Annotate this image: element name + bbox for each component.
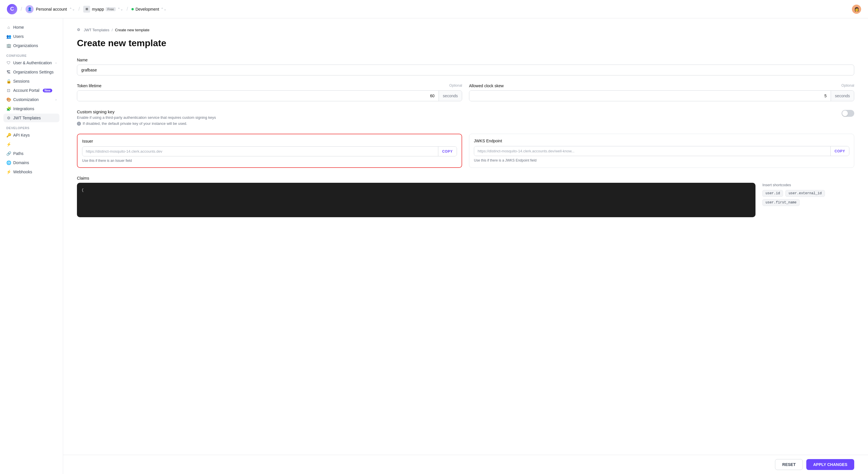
env-status-dot: [131, 8, 134, 10]
app-switcher[interactable]: ⊞ myapp Free ⌃⌄: [83, 6, 123, 12]
issuer-copy-button[interactable]: COPY: [438, 147, 457, 156]
token-lifetime-optional: Optional: [449, 84, 462, 88]
jwks-hint: Use this if there is a JWKS Endpoint fie…: [474, 158, 849, 162]
sidebar-item-home[interactable]: ⌂ Home: [3, 23, 59, 32]
signing-key-row: Custom signing key Enable if using a thi…: [77, 109, 854, 126]
shortcodes-panel: Insert shortcodes user.id user.external_…: [763, 183, 854, 217]
link-icon: 🔗: [6, 151, 11, 156]
sidebar-item-customization[interactable]: 🎨 Customization ›: [3, 95, 59, 104]
account-switcher[interactable]: 👤 Personal account ⌃⌄: [26, 5, 75, 13]
reset-button[interactable]: RESET: [775, 459, 803, 470]
gear-icon: ⚙: [6, 116, 11, 120]
main-content: ⚙ JWT Templates / Create new template Cr…: [63, 19, 868, 474]
sidebar-item-domains[interactable]: 🌐 Domains: [3, 158, 59, 167]
signing-key-note: i If disabled, the default private key o…: [77, 121, 837, 126]
puzzle-icon: 🧩: [6, 106, 11, 111]
jwks-copy-button[interactable]: COPY: [830, 146, 849, 156]
token-lifetime-suffix: seconds: [439, 91, 462, 101]
org-icon: 🏢: [6, 43, 11, 48]
breadcrumb-parent[interactable]: JWT Templates: [84, 28, 110, 32]
clock-skew-optional: Optional: [841, 84, 854, 88]
signing-key-section: Custom signing key Enable if using a thi…: [77, 109, 854, 126]
sidebar-item-api-keys[interactable]: 🔑 API Keys: [3, 131, 59, 139]
name-input[interactable]: [77, 65, 854, 75]
sidebar-item-sessions[interactable]: 🔒 Sessions: [3, 77, 59, 86]
sidebar-item-sessions-label: Sessions: [13, 79, 30, 84]
sidebar-item-account-portal[interactable]: ⊡ Account Portal New: [3, 86, 59, 95]
sidebar-item-webhooks-dev[interactable]: ⚡ Webhooks: [3, 167, 59, 176]
clock-skew-input[interactable]: [469, 91, 831, 101]
app-name: myapp: [92, 7, 104, 11]
top-navigation: C / 👤 Personal account ⌃⌄ / ⊞ myapp Free…: [0, 0, 868, 19]
shortcode-user-id[interactable]: user.id: [763, 190, 783, 197]
signing-key-desc: Enable if using a third-party authentica…: [77, 115, 837, 120]
name-label: Name: [77, 58, 854, 62]
sidebar: ⌂ Home 👥 Users 🏢 Organizations CONFIGURE…: [0, 19, 63, 474]
shortcode-user-first-name[interactable]: user.first_name: [763, 199, 800, 206]
token-lifetime-input[interactable]: [77, 91, 439, 101]
home-icon: ⌂: [6, 25, 11, 30]
issuer-label: Issuer: [82, 139, 457, 144]
sidebar-item-user-auth[interactable]: 🛡 User & Authentication ›: [3, 59, 59, 67]
jwks-label: JWKS Endpoint: [474, 138, 849, 143]
sidebar-item-organizations[interactable]: 🏢 Organizations: [3, 41, 59, 50]
separator-2: /: [79, 6, 80, 12]
sidebar-item-webhooks[interactable]: ⚡ JWT Templates: [3, 140, 59, 149]
claims-layout: { Insert shortcodes user.id user.externa…: [77, 183, 854, 217]
claims-editor[interactable]: {: [77, 183, 755, 217]
breadcrumb: ⚙ JWT Templates / Create new template: [77, 28, 854, 32]
separator-1: /: [21, 6, 22, 12]
sidebar-item-org-settings-label: Organizations Settings: [13, 70, 54, 74]
sidebar-item-users-label: Users: [13, 34, 24, 39]
claims-section: Claims { Insert shortcodes user.id user.…: [77, 176, 854, 217]
signing-key-info: Custom signing key Enable if using a thi…: [77, 109, 837, 126]
sidebar-item-users[interactable]: 👥 Users: [3, 32, 59, 41]
signing-key-toggle[interactable]: [842, 110, 854, 117]
sidebar-item-webhooks-dev-label: Webhooks: [13, 169, 32, 174]
signing-key-title: Custom signing key: [77, 109, 837, 114]
issuer-box: Issuer https://distinct-mosquito-14.cler…: [77, 134, 462, 168]
clock-skew-suffix: seconds: [831, 91, 854, 101]
user-auth-chevron-icon: ›: [55, 61, 57, 65]
token-lifetime-field: Optional Token lifetime seconds: [77, 84, 462, 101]
issuer-input-row: https://distinct-mosquito-14.clerk.accou…: [82, 146, 457, 156]
org-settings-icon: 🏗: [6, 70, 11, 74]
sidebar-item-jwt-templates-label: JWT Templates: [13, 116, 41, 120]
sidebar-item-jwt-templates[interactable]: ⚙ JWT Templates: [3, 114, 59, 122]
claims-label: Claims: [77, 176, 854, 181]
sidebar-item-home-label: Home: [13, 25, 24, 30]
bottom-spacer: [77, 225, 854, 244]
page-title: Create new template: [77, 38, 854, 49]
shortcode-user-external-id[interactable]: user.external_id: [785, 190, 825, 197]
app-icon: ⊞: [83, 6, 90, 12]
breadcrumb-current: Create new template: [115, 28, 150, 32]
claims-code: {: [82, 188, 84, 192]
user-avatar[interactable]: 👩: [852, 5, 861, 14]
signing-key-note-text: If disabled, the default private key of …: [83, 121, 187, 126]
sidebar-item-integrations[interactable]: 🧩 Integrations: [3, 104, 59, 113]
app-chevron-icon: ⌃⌄: [117, 7, 123, 11]
info-icon: i: [77, 122, 81, 126]
shortcodes-title: Insert shortcodes: [763, 183, 854, 187]
sidebar-item-customization-label: Customization: [13, 97, 39, 102]
separator-3: /: [127, 6, 128, 12]
env-chevron-icon: ⌃⌄: [161, 7, 166, 11]
bottom-action-bar: RESET APPLY CHANGES: [63, 455, 868, 474]
app-plan-badge: Free: [105, 7, 116, 11]
brush-icon: 🎨: [6, 97, 11, 102]
sidebar-item-organizations-label: Organizations: [13, 43, 38, 48]
topnav-right: 👩: [852, 5, 861, 14]
sidebar-item-paths[interactable]: 🔗 Paths: [3, 149, 59, 158]
shortcodes-list: user.id user.external_id user.first_name: [763, 190, 854, 206]
clock-skew-input-group: seconds: [469, 90, 854, 101]
webhooks-dev-icon: ⚡: [6, 169, 11, 174]
clock-skew-field: Optional Allowed clock skew seconds: [469, 84, 854, 101]
sidebar-item-domains-label: Domains: [13, 160, 29, 165]
customization-chevron-icon: ›: [55, 98, 57, 101]
sidebar-item-org-settings[interactable]: 🏗 Organizations Settings: [3, 68, 59, 76]
app-logo[interactable]: C: [7, 4, 17, 14]
issuer-jwks-section: Issuer https://distinct-mosquito-14.cler…: [77, 134, 854, 168]
environment-switcher[interactable]: Development ⌃⌄: [131, 7, 167, 11]
page-layout: ⌂ Home 👥 Users 🏢 Organizations CONFIGURE…: [0, 19, 868, 474]
apply-changes-button[interactable]: APPLY CHANGES: [806, 459, 854, 470]
